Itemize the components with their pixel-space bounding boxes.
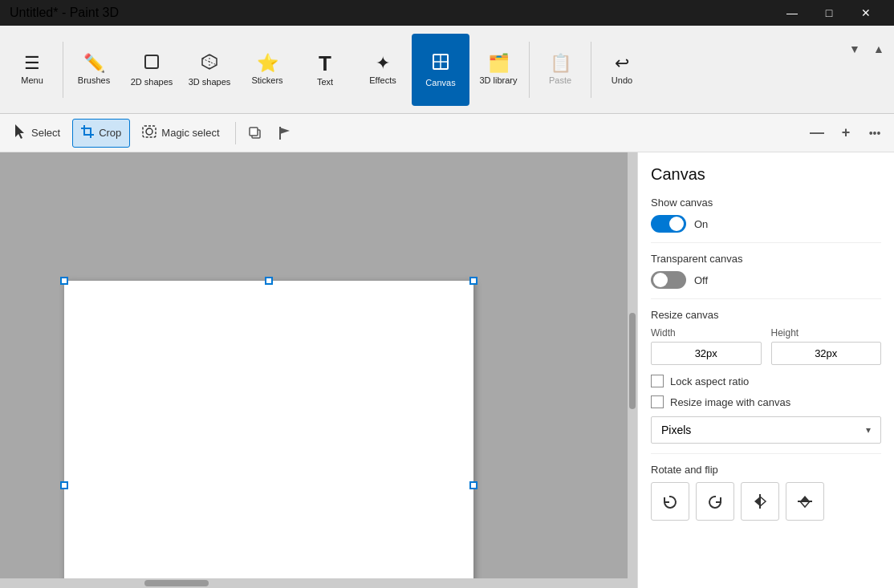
toolbar-overflow[interactable]: ▼: [843, 37, 867, 61]
width-col: Width: [651, 327, 762, 365]
copy-tool[interactable]: [242, 120, 268, 146]
divider-3: [651, 453, 881, 454]
crop-label: Crop: [99, 127, 121, 139]
unit-dropdown[interactable]: Pixels ▾: [651, 416, 881, 444]
minimize-button[interactable]: —: [774, 0, 811, 26]
resize-with-canvas-label: Resize image with canvas: [670, 396, 790, 408]
svg-marker-18: [800, 496, 810, 501]
handle-top-left[interactable]: [60, 277, 68, 285]
scrollbar-thumb-vertical[interactable]: [629, 313, 636, 409]
undo-icon: ↩: [615, 55, 629, 72]
svg-point-9: [146, 128, 152, 135]
canvas-area[interactable]: [0, 152, 637, 588]
magic-select-label: Magic select: [161, 127, 219, 139]
right-panel: Canvas Show canvas On Transparent canvas…: [637, 152, 894, 588]
handle-mid-left[interactable]: [60, 481, 68, 489]
maximize-button[interactable]: □: [811, 0, 847, 26]
height-col: Height: [771, 327, 882, 365]
zoom-in-tool[interactable]: +: [833, 120, 859, 146]
lock-aspect-checkbox[interactable]: [651, 375, 664, 387]
crop-tool[interactable]: Crop: [72, 119, 130, 148]
flip-vertical-button[interactable]: [786, 482, 824, 521]
resize-with-canvas-row: Resize image with canvas: [651, 395, 881, 408]
chevron-down-icon: ▾: [866, 424, 871, 436]
toolbar-text-label: Text: [317, 77, 333, 87]
window-controls: — □ ✕: [774, 0, 884, 26]
toolbar-brushes-label: Brushes: [78, 75, 110, 85]
toolbar-menu[interactable]: ☰ Menu: [3, 34, 61, 106]
toolbar-2dshapes[interactable]: 2D shapes: [123, 34, 181, 106]
titlebar-title: Untitled* - Paint 3D: [10, 6, 119, 20]
width-input[interactable]: [651, 342, 762, 365]
toolbar-stickers[interactable]: ⭐ Stickers: [238, 34, 296, 106]
svg-rect-8: [143, 126, 156, 137]
select-label: Select: [31, 127, 60, 139]
toolbar-3dlibrary[interactable]: 🗂️ 3D library: [469, 34, 527, 106]
toolbar-divider-1: [63, 42, 63, 98]
toolbar-paste[interactable]: 📋 Paste: [531, 34, 589, 106]
resize-with-canvas-checkbox[interactable]: [651, 395, 664, 408]
height-input[interactable]: [771, 342, 882, 365]
3dshapes-icon: [201, 53, 218, 74]
rotate-right-button[interactable]: [696, 482, 734, 521]
handle-mid-right[interactable]: [469, 481, 477, 489]
effects-icon: ✦: [376, 55, 390, 72]
text-icon: T: [319, 53, 331, 74]
height-label: Height: [771, 327, 882, 339]
toolbar-effects-label: Effects: [369, 75, 396, 85]
toolbar-3dlibrary-label: 3D library: [479, 75, 517, 85]
show-canvas-toggle-row: On: [651, 215, 881, 233]
transparent-canvas-value: Off: [694, 274, 708, 286]
canvas[interactable]: [64, 281, 473, 588]
rotate-left-button[interactable]: [651, 482, 689, 521]
flip-horizontal-button[interactable]: [741, 482, 779, 521]
resize-canvas-label: Resize canvas: [651, 309, 881, 321]
show-canvas-toggle[interactable]: [651, 215, 686, 233]
more-options[interactable]: •••: [862, 120, 888, 146]
scrollbar-thumb-horizontal[interactable]: [144, 580, 209, 586]
toolbar-paste-label: Paste: [549, 75, 571, 85]
menu-icon: ☰: [24, 55, 40, 72]
svg-line-3: [202, 59, 217, 65]
zoom-out-tool[interactable]: —: [804, 120, 830, 146]
horizontal-scrollbar[interactable]: [0, 578, 628, 588]
toolrow-divider: [235, 122, 236, 144]
toolbar-brushes[interactable]: ✏️ Brushes: [65, 34, 123, 106]
select-icon: [15, 124, 26, 142]
svg-marker-15: [754, 497, 760, 506]
vertical-scrollbar[interactable]: [628, 152, 637, 588]
toolbar-text[interactable]: T Text: [296, 34, 354, 106]
toolbar-effects[interactable]: ✦ Effects: [354, 34, 412, 106]
unit-label: Pixels: [661, 424, 691, 436]
lock-aspect-label: Lock aspect ratio: [670, 375, 749, 387]
magic-select-icon: [142, 125, 156, 141]
toolbar-undo[interactable]: ↩ Undo: [593, 34, 651, 106]
svg-rect-11: [250, 128, 258, 136]
svg-marker-16: [760, 497, 766, 506]
transparent-canvas-knob: [653, 273, 668, 287]
handle-top-right[interactable]: [469, 277, 477, 285]
handle-top-mid[interactable]: [265, 277, 273, 285]
paste-icon: 📋: [550, 55, 571, 72]
panel-title: Canvas: [651, 165, 881, 184]
magic-select-tool[interactable]: Magic select: [133, 119, 228, 148]
toolbar-canvas[interactable]: Canvas: [412, 34, 469, 106]
select-tool[interactable]: Select: [6, 119, 69, 148]
flag-tool[interactable]: [271, 120, 297, 146]
brushes-icon: ✏️: [83, 55, 105, 72]
toolrow: Select Crop Magic select: [0, 114, 894, 152]
transparent-canvas-toggle[interactable]: [651, 271, 686, 289]
3dlibrary-icon: 🗂️: [488, 55, 510, 72]
svg-rect-0: [145, 55, 158, 68]
main-toolbar: ☰ Menu ✏️ Brushes 2D shapes 3D shapes ⭐ …: [0, 26, 894, 114]
lock-aspect-row: Lock aspect ratio: [651, 375, 881, 387]
transparent-canvas-toggle-row: Off: [651, 271, 881, 289]
titlebar: Untitled* - Paint 3D — □ ✕: [0, 0, 894, 26]
toolbar-2dshapes-label: 2D shapes: [131, 77, 173, 87]
transparent-canvas-label: Transparent canvas: [651, 253, 881, 265]
toolbar-collapse[interactable]: ▲: [867, 37, 891, 61]
toolbar-3dshapes[interactable]: 3D shapes: [181, 34, 238, 106]
2dshapes-icon: [143, 53, 161, 74]
svg-marker-7: [15, 124, 24, 139]
close-button[interactable]: ✕: [847, 0, 884, 26]
